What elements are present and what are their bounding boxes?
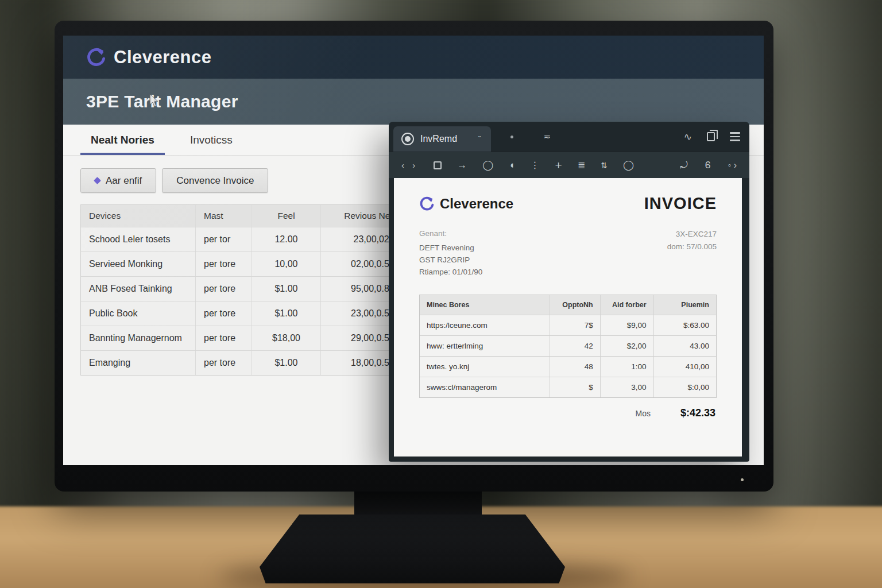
- g-badge-icon[interactable]: Ꮾ: [705, 160, 711, 171]
- cell-price: 3,00: [601, 377, 654, 397]
- total-value: $:42.33: [680, 407, 715, 419]
- invoice-document: Cleverence INVOICE Genant: DEFT Revening…: [394, 178, 742, 457]
- col-header-mast[interactable]: Mast: [196, 205, 252, 227]
- invoice-number: 3X-EXC217: [667, 228, 717, 241]
- cell-qty: 48: [550, 357, 601, 377]
- table-row[interactable]: ANB Fosed Tainking per tore $1.00 95,00,…: [81, 277, 403, 301]
- bill-to-block: Genant: DEFT Revening GST RJ2GRIP Rtiamp…: [419, 228, 482, 278]
- add-entry-label: Aar enfif: [106, 175, 142, 187]
- cell-mast: per tore: [196, 277, 252, 301]
- invoice-table-header-row: Minec Bores OpptoNh Aid forber Piuemin: [420, 295, 716, 315]
- crescent-icon[interactable]: ◖: [509, 160, 514, 170]
- tab-label: Invoticss: [190, 134, 233, 146]
- cell-device: Public Book: [81, 301, 196, 326]
- cell-device: Emanging: [81, 351, 196, 375]
- hamburger-menu-icon[interactable]: [730, 132, 740, 141]
- invoice-total-row: Mos $:42.33: [419, 407, 717, 419]
- invoice-preview-window: InvRemd ˇ ≂ ∿ ‹ › → ◯ ◖ ⋮ + ≣: [389, 122, 749, 462]
- cell-qty: 7$: [550, 315, 601, 335]
- table-row[interactable]: Schood Leler tosets per tor 12.00 23,00,…: [81, 227, 403, 252]
- mouse-cursor-icon: [148, 94, 160, 109]
- cell-item: hww: ertterlming: [420, 336, 550, 356]
- sort-updown-icon[interactable]: ⇅: [601, 161, 608, 169]
- cell-item: twtes. yo.knj: [420, 357, 550, 377]
- col-header-amount: Piuemin: [654, 295, 716, 315]
- cell-mast: per tor: [196, 227, 252, 252]
- brand-name: Cleverence: [114, 47, 211, 68]
- invoice-tab-title: InvRemd: [420, 134, 457, 144]
- minimize-icon[interactable]: ∿: [684, 131, 692, 143]
- table-row[interactable]: Bannting Managernom per tore $18,00 29,0…: [81, 326, 403, 351]
- invoice-line-item: twtes. yo.knj 48 1:00 410,00: [420, 357, 716, 377]
- tab-invoticss[interactable]: Invoticss: [190, 125, 233, 155]
- cell-amount: $:63.00: [654, 315, 716, 335]
- invoice-window-tab[interactable]: InvRemd ˇ: [393, 126, 491, 152]
- col-header-price: Aid forber: [601, 295, 654, 315]
- tab-nealt-nories[interactable]: Nealt Nories: [91, 125, 154, 155]
- bill-to-line: Rtiampe: 01/01/90: [419, 266, 482, 278]
- cell-device: Servieed Monking: [81, 252, 196, 276]
- app-header: Cleverence: [63, 36, 764, 79]
- chevron-down-icon[interactable]: ˇ: [478, 135, 481, 144]
- cell-feel: $1.00: [252, 351, 321, 375]
- stop-square-icon[interactable]: [434, 161, 442, 169]
- titlebar-controls: ∿: [684, 131, 740, 143]
- invoice-header: Cleverence INVOICE: [419, 194, 717, 213]
- page-title: 3PE Tarlt Manager: [86, 92, 238, 111]
- reload-circle-icon[interactable]: ◯: [482, 160, 493, 170]
- toolbar-right-group: ⤾ Ꮾ ◦ ›: [680, 160, 737, 171]
- invoice-brand-name: Cleverence: [440, 196, 513, 212]
- cell-qty: 42: [550, 336, 601, 356]
- forward-arrow-icon[interactable]: →: [457, 160, 467, 170]
- undo-icon[interactable]: ⤾: [680, 160, 688, 171]
- table-row[interactable]: Public Book per tore $1.00 23,00,0.5%: [81, 301, 403, 326]
- overflow-dots-icon[interactable]: ◦ ›: [728, 160, 737, 171]
- invoice-window-toolbar: ‹ › → ◯ ◖ ⋮ + ≣ ⇅ ◯ ⤾ Ꮾ ◦ ›: [389, 152, 749, 178]
- invoice-window-titlebar[interactable]: InvRemd ˇ ≂ ∿: [389, 122, 749, 152]
- add-entry-button[interactable]: Aar enfif: [80, 168, 156, 193]
- cell-device: ANB Fosed Tainking: [81, 277, 196, 301]
- bill-to-line: GST RJ2GRIP: [419, 254, 482, 266]
- table-row[interactable]: Emanging per tore $1.00 18,00,0.5%: [81, 351, 403, 375]
- cell-feel: $18,00: [252, 326, 321, 350]
- total-label: Mos: [635, 409, 650, 418]
- col-header-feel[interactable]: Feel: [252, 205, 321, 227]
- convert-invoice-button[interactable]: Convence Invoice: [162, 168, 268, 193]
- invoice-line-item: hww: ertterlming 42 $2,00 43.00: [420, 336, 716, 357]
- circle-icon[interactable]: ◯: [623, 160, 634, 170]
- kebab-menu-icon[interactable]: ⋮: [530, 161, 539, 170]
- cell-item: https:/lceune.com: [420, 315, 550, 335]
- cell-device: Bannting Managernom: [81, 326, 196, 350]
- table-row[interactable]: Servieed Monking per tore 10,00 02,00,0.…: [81, 252, 403, 277]
- plus-icon[interactable]: +: [555, 159, 562, 171]
- col-header-devices[interactable]: Devices: [81, 205, 196, 227]
- invoice-doc-title: INVOICE: [644, 194, 717, 213]
- monitor-bezel: Cleverence 3PE Tarlt Manager Nealt Norie…: [55, 21, 773, 492]
- list-view-icon[interactable]: ≣: [578, 161, 585, 170]
- cell-mast: per tore: [196, 252, 252, 276]
- bill-to-label: Genant:: [419, 228, 482, 240]
- cell-mast: per tore: [196, 301, 252, 326]
- cell-feel: 12.00: [252, 227, 321, 252]
- power-led: [741, 478, 744, 481]
- cell-mast: per tore: [196, 351, 252, 375]
- cell-device: Schood Leler tosets: [81, 227, 196, 252]
- cell-price: 1:00: [601, 357, 654, 377]
- diamond-icon: [94, 177, 101, 184]
- equals-icon: ≂: [543, 131, 551, 142]
- invoice-line-item: swws:cl/managerom $ 3,00 $:0,00: [420, 377, 716, 397]
- invoice-brand: Cleverence: [419, 196, 513, 212]
- cleverence-logo-icon: [419, 196, 434, 211]
- cell-amount: 43.00: [654, 336, 716, 356]
- devices-table: Devices Mast Feel Revious Neri Schood Le…: [80, 204, 404, 376]
- cell-item: swws:cl/managerom: [420, 377, 550, 397]
- cell-feel: $1.00: [252, 277, 321, 301]
- cell-mast: per tore: [196, 326, 252, 350]
- monitor-stand-base: [260, 514, 565, 583]
- table-header-row: Devices Mast Feel Revious Neri: [81, 205, 403, 227]
- cell-amount: 410,00: [654, 357, 716, 377]
- restore-window-icon[interactable]: [707, 132, 715, 141]
- back-forward-icon[interactable]: ‹ ›: [401, 161, 418, 169]
- invoice-meta: Genant: DEFT Revening GST RJ2GRIP Rtiamp…: [419, 228, 717, 278]
- cell-feel: 10,00: [252, 252, 321, 276]
